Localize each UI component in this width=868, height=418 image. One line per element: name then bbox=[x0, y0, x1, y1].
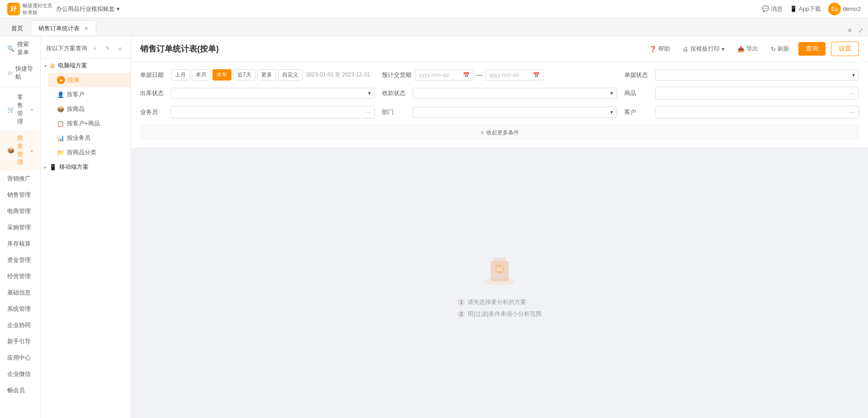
sidebar-item-wholesale[interactable]: 📦 批发管理 ▴ bbox=[0, 130, 40, 171]
window-maximize-btn[interactable]: ⤢ bbox=[857, 27, 864, 34]
sidebar-item-marketing[interactable]: 营销推广 bbox=[0, 171, 40, 187]
panel-edit-btn[interactable]: ✎ bbox=[103, 43, 113, 53]
window-close-btn[interactable]: ✕ bbox=[846, 27, 854, 34]
panel-add-btn[interactable]: + bbox=[90, 43, 100, 53]
tree-icon: 🖥 bbox=[49, 62, 55, 69]
mobile-tree-icon: 📱 bbox=[49, 164, 57, 171]
tab-sales-order-stats[interactable]: 销售订单统计表 ✕ bbox=[31, 20, 96, 36]
sidebar-item-sales[interactable]: 销售管理 bbox=[0, 187, 40, 203]
print-arrow: ▾ bbox=[722, 46, 725, 52]
sidebar-item-inventory[interactable]: 库存核算 bbox=[0, 236, 40, 252]
expected-date-end[interactable]: yyyy-mm-dd 📅 bbox=[485, 70, 544, 81]
expected-date-start[interactable]: yyyy-mm-dd 📅 bbox=[415, 70, 474, 81]
query-btn[interactable]: 查询 bbox=[798, 42, 826, 56]
sidebar-divider-1 bbox=[0, 87, 40, 87]
sidebar-item-newbie[interactable]: 新手引导 bbox=[0, 333, 40, 350]
settings-btn[interactable]: 设置 bbox=[831, 42, 859, 56]
workspace-selector[interactable]: 办公用品行业模拟账套 ▾ bbox=[56, 5, 120, 13]
empty-tip-1: 1 请先选择要分析的方案 bbox=[458, 298, 541, 306]
tree-item-by-customer-goods[interactable]: 📋 按客户+商品 bbox=[48, 116, 131, 131]
refresh-btn[interactable]: ↻ 刷新 bbox=[767, 43, 793, 55]
salesperson-input[interactable]: ··· bbox=[171, 106, 375, 119]
goods-dots: ··· bbox=[849, 89, 855, 97]
customer-icon: 👤 bbox=[57, 91, 64, 98]
status-select[interactable] bbox=[655, 70, 859, 81]
sidebar-item-finance[interactable]: 资金管理 bbox=[0, 252, 40, 268]
more-btn[interactable]: 更多 bbox=[257, 69, 276, 81]
expected-date-inputs: yyyy-mm-dd 📅 — yyyy-mm-dd 📅 bbox=[415, 70, 544, 81]
app-download-btn[interactable]: 📱 App下载 bbox=[790, 5, 821, 13]
tree-item-by-goods[interactable]: 📦 按商品 bbox=[48, 102, 131, 116]
message-icon: 💬 bbox=[762, 5, 769, 12]
tab-home-label: 首页 bbox=[11, 24, 23, 33]
sidebar: 🔍 搜索菜单 ☆ 快捷导航 🛒 零售管理 ▾ 📦 批发管理 ▴ 营销推广 销售管… bbox=[0, 36, 41, 418]
date-buttons: 上月 本月 本年 近7天 更多 自定义 bbox=[171, 69, 302, 81]
tree-group-pc[interactable]: ▾ 🖥 电脑端方案 bbox=[41, 58, 131, 73]
expected-date-group: 预计交货期 yyyy-mm-dd 📅 — yyyy-mm-dd 📅 bbox=[382, 70, 617, 81]
date-label: 单据日期 bbox=[140, 71, 167, 79]
last-7-btn[interactable]: 近7天 bbox=[233, 69, 255, 81]
sidebar-item-operation[interactable]: 经营管理 bbox=[0, 268, 40, 285]
left-panel: 按以下方案查询 + ✎ « ▾ 🖥 电脑端方案 ● 按单 👤 按客户 📦 按商品 bbox=[41, 36, 131, 418]
goods-label: 商品 bbox=[624, 89, 651, 97]
export-btn[interactable]: 📤 导出 bbox=[734, 43, 762, 55]
page-header: 销售订单统计表(按单) ❓ 帮助 🖨 按模板打印 ▾ 📤 导出 bbox=[131, 36, 868, 62]
group-expand-icon: ▾ bbox=[44, 63, 47, 68]
sidebar-item-purchase[interactable]: 采购管理 bbox=[0, 219, 40, 236]
tree-item-by-category[interactable]: 📁 按商品分类 bbox=[48, 145, 131, 160]
status-arrow bbox=[852, 72, 855, 78]
sidebar-item-vip[interactable]: 畅会员 bbox=[0, 382, 40, 399]
sidebar-item-ecommerce[interactable]: 电商管理 bbox=[0, 203, 40, 219]
template-print-btn[interactable]: 🖨 按模板打印 ▾ bbox=[679, 43, 728, 55]
this-month-btn[interactable]: 本月 bbox=[192, 69, 211, 81]
sidebar-item-appstore[interactable]: 应用中心 bbox=[0, 350, 40, 366]
customer-input[interactable]: ··· bbox=[655, 106, 859, 119]
last-month-btn[interactable]: 上月 bbox=[171, 69, 190, 81]
sidebar-item-wechat[interactable]: 企业微信 bbox=[0, 366, 40, 382]
panel-title: 按以下方案查询 bbox=[46, 44, 87, 52]
sidebar-item-base[interactable]: 基础信息 bbox=[0, 285, 40, 301]
sidebar-shortcut[interactable]: ☆ 快捷导航 bbox=[0, 61, 40, 85]
tree-group-mobile[interactable]: ▸ 📱 移动端方案 bbox=[41, 160, 131, 174]
goods-group: 商品 ··· bbox=[624, 87, 859, 100]
tip-num-1: 1 bbox=[458, 299, 465, 306]
dept-select[interactable] bbox=[413, 107, 617, 118]
empty-state: 1 请先选择要分析的方案 2 用[过滤]条件来缩小分析范围 bbox=[131, 147, 868, 418]
page-title: 销售订单统计表(按单) bbox=[140, 43, 219, 54]
tree-sub-pc: ● 按单 👤 按客户 📦 按商品 📋 按客户+商品 📊 按业务员 📁 按商 bbox=[41, 73, 131, 160]
tab-home[interactable]: 首页 bbox=[4, 20, 31, 36]
date-range-dash: — bbox=[476, 71, 482, 78]
sidebar-item-retail[interactable]: 🛒 零售管理 ▾ bbox=[0, 89, 40, 130]
header-left: 好 畅捷通好生意 标准版 办公用品行业模拟账套 ▾ bbox=[7, 2, 120, 15]
sidebar-item-corp[interactable]: 企业协同 bbox=[0, 317, 40, 333]
status-group: 单据状态 bbox=[624, 70, 859, 81]
filter-row-3: 业务员 ··· 部门 客户 ··· bbox=[140, 106, 859, 119]
ship-status-select[interactable] bbox=[171, 88, 375, 99]
pay-status-select[interactable] bbox=[413, 88, 617, 99]
tab-bar: 首页 销售订单统计表 ✕ ✕ ⤢ bbox=[0, 18, 868, 36]
pay-arrow bbox=[610, 90, 613, 96]
sidebar-search[interactable]: 🔍 搜索菜单 bbox=[0, 36, 40, 61]
sidebar-item-system[interactable]: 系统管理 bbox=[0, 301, 40, 317]
svg-rect-6 bbox=[494, 275, 505, 276]
tree-item-by-customer[interactable]: 👤 按客户 bbox=[48, 87, 131, 102]
main-layout: 🔍 搜索菜单 ☆ 快捷导航 🛒 零售管理 ▾ 📦 批发管理 ▴ 营销推广 销售管… bbox=[0, 36, 868, 418]
export-icon: 📤 bbox=[737, 46, 745, 52]
goods-input[interactable]: ··· bbox=[655, 87, 859, 100]
collapse-bar[interactable]: ∧ 收起更多条件 bbox=[140, 125, 859, 140]
header-right: 💬 消息 📱 App下载 Ea demo2 bbox=[762, 3, 861, 15]
message-btn[interactable]: 💬 消息 bbox=[762, 5, 783, 13]
panel-collapse-btn[interactable]: « bbox=[115, 43, 125, 53]
retail-icon: 🛒 bbox=[7, 106, 14, 113]
custom-btn[interactable]: 自定义 bbox=[278, 69, 302, 81]
help-btn[interactable]: ❓ 帮助 bbox=[646, 43, 674, 55]
filter-date-group: 单据日期 上月 本月 本年 近7天 更多 自定义 2023-01-01 至 20… bbox=[140, 69, 375, 81]
empty-illustration bbox=[477, 247, 522, 293]
help-icon: ❓ bbox=[649, 46, 656, 52]
tree-item-by-order[interactable]: ● 按单 bbox=[48, 73, 131, 87]
user-menu[interactable]: Ea demo2 bbox=[828, 3, 861, 15]
customer-dots: ··· bbox=[849, 108, 855, 116]
this-year-btn[interactable]: 本年 bbox=[212, 69, 231, 81]
tree-item-by-salesperson[interactable]: 📊 按业务员 bbox=[48, 131, 131, 145]
tab-close-btn[interactable]: ✕ bbox=[84, 25, 89, 32]
